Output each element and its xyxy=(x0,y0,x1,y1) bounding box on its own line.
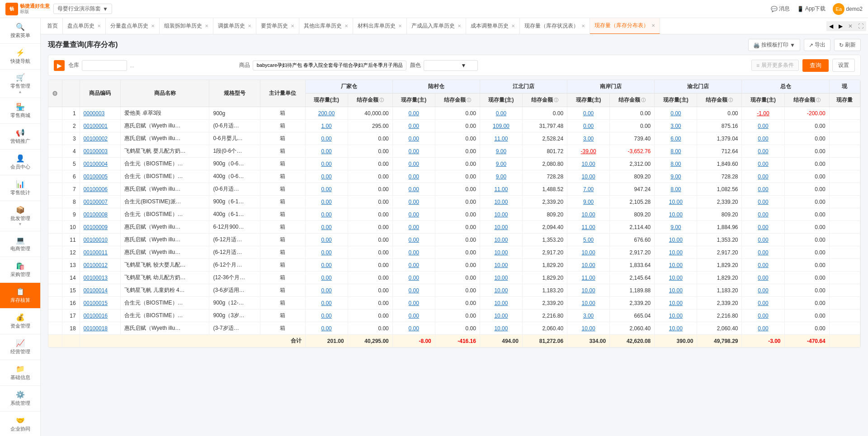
sidebar-item-retail-stats[interactable]: 📊 零售统计 xyxy=(0,175,40,201)
cell-total-qty[interactable]: 0.00 xyxy=(742,297,784,309)
cell-lucun-qty[interactable]: 0.00 xyxy=(392,132,435,145)
cell-nanan-qty[interactable]: 0.00 xyxy=(567,107,610,120)
cell-total-qty[interactable]: 0.00 xyxy=(742,234,784,246)
product-input[interactable]: babycare孕妇待产包 春季入院全套母子组合孕妇产后冬季月子用品 22件套 … xyxy=(253,61,406,70)
cell-factory-qty[interactable]: 0.00 xyxy=(305,170,348,183)
info-icon-3[interactable]: ⓘ xyxy=(554,98,558,103)
cell-code[interactable]: 0000003 xyxy=(80,107,121,120)
refresh-btn[interactable]: ↻ 刷新 xyxy=(834,39,861,51)
sidebar-item-enterprise[interactable]: 🤝 企业协同 xyxy=(0,412,40,436)
tab-close-all-btn[interactable]: ✕ xyxy=(845,21,855,31)
tab-inventory-status[interactable]: 现存量（库存状况表） ✕ xyxy=(520,18,590,34)
cell-nanan-qty[interactable]: 7.00 xyxy=(567,183,610,196)
tab-close-split-stocktake[interactable]: ✕ xyxy=(151,23,155,28)
cell-total-qty[interactable]: 0.00 xyxy=(742,208,784,221)
cell-lucun-qty[interactable]: 0.00 xyxy=(392,221,435,234)
cell-code[interactable]: 00100013 xyxy=(80,272,121,284)
cell-total-qty[interactable]: 0.00 xyxy=(742,145,784,158)
cell-nanan-qty[interactable]: 10.00 xyxy=(567,322,610,335)
cell-jiangbei-qty[interactable]: 0.00 xyxy=(480,107,522,120)
cell-yubei-qty[interactable]: 10.00 xyxy=(655,309,697,322)
tab-close-material-out[interactable]: ✕ xyxy=(398,23,402,28)
cell-nanan-qty[interactable]: 10.00 xyxy=(567,208,610,221)
cell-yubei-qty[interactable]: 10.00 xyxy=(655,208,697,221)
cell-code[interactable]: 00100016 xyxy=(80,309,121,322)
cell-jiangbei-qty[interactable]: 10.00 xyxy=(480,322,522,335)
cell-nanan-qty[interactable]: 10.00 xyxy=(567,284,610,297)
tab-close-stocktake[interactable]: ✕ xyxy=(97,23,101,28)
cell-lucun-qty[interactable]: 0.00 xyxy=(392,158,435,170)
tab-close-inventory-status[interactable]: ✕ xyxy=(581,23,585,28)
cell-yubei-qty[interactable]: 10.00 xyxy=(655,272,697,284)
cell-code[interactable]: 00100011 xyxy=(80,246,121,259)
cell-code[interactable]: 00100002 xyxy=(80,132,121,145)
tab-close-combo-split[interactable]: ✕ xyxy=(205,23,208,28)
cell-total-qty[interactable]: 0.00 xyxy=(742,246,784,259)
print-btn[interactable]: 🖨️ 按模板打印 ▼ xyxy=(748,39,800,51)
cell-nanan-qty[interactable]: -39.00 xyxy=(567,145,610,158)
cell-factory-qty[interactable]: 0.00 xyxy=(305,259,348,272)
sidebar-item-operations[interactable]: 📈 经营管理 xyxy=(0,334,40,360)
cell-lucun-qty[interactable]: 0.00 xyxy=(392,145,435,158)
cell-nanan-qty[interactable]: 10.00 xyxy=(567,259,610,272)
cell-code[interactable]: 00100014 xyxy=(80,284,121,297)
cell-lucun-qty[interactable]: 0.00 xyxy=(392,309,435,322)
cell-yubei-qty[interactable]: 10.00 xyxy=(655,297,697,309)
cell-lucun-qty[interactable]: 0.00 xyxy=(392,196,435,208)
sidebar-item-wholesale-mgmt[interactable]: 📦 批发管理 ▼ xyxy=(0,201,40,231)
cell-nanan-qty[interactable]: 10.00 xyxy=(567,246,610,259)
tab-transfer-history[interactable]: 调拨单历史 ✕ xyxy=(213,18,256,34)
cell-total-qty[interactable]: 0.00 xyxy=(742,272,784,284)
cell-jiangbei-qty[interactable]: 10.00 xyxy=(480,234,522,246)
cell-jiangbei-qty[interactable]: 10.00 xyxy=(480,309,522,322)
cell-factory-qty[interactable]: 0.00 xyxy=(305,246,348,259)
cell-code[interactable]: 00100007 xyxy=(80,196,121,208)
message-btn[interactable]: 💬 消息 xyxy=(771,5,790,13)
cell-jiangbei-qty[interactable]: 10.00 xyxy=(480,221,522,234)
cell-lucun-qty[interactable]: 0.00 xyxy=(392,208,435,221)
tab-close-product-in[interactable]: ✕ xyxy=(458,23,461,28)
cell-total-qty[interactable]: 0.00 xyxy=(742,132,784,145)
sidebar-item-ecommerce[interactable]: 💻 电商管理 xyxy=(0,231,40,257)
cell-nanan-qty[interactable]: 11.00 xyxy=(567,272,610,284)
cell-lucun-qty[interactable]: 0.00 xyxy=(392,259,435,272)
info-icon-5[interactable]: ⓘ xyxy=(728,98,733,103)
tab-next-btn[interactable]: ▶ xyxy=(836,21,845,31)
tab-expand-btn[interactable]: ⛶ xyxy=(855,21,866,31)
cell-code[interactable]: 00100009 xyxy=(80,221,121,234)
cell-lucun-qty[interactable]: 0.00 xyxy=(392,272,435,284)
info-icon-4[interactable]: ⓘ xyxy=(641,98,646,103)
cell-factory-qty[interactable]: 0.00 xyxy=(305,158,348,170)
cell-factory-qty[interactable]: 0.00 xyxy=(305,297,348,309)
cell-factory-qty[interactable]: 200.00 xyxy=(305,107,348,120)
cell-factory-qty[interactable]: 1.00 xyxy=(305,120,348,132)
cell-total-qty[interactable]: 0.00 xyxy=(742,322,784,335)
cell-lucun-qty[interactable]: 0.00 xyxy=(392,183,435,196)
cell-factory-qty[interactable]: 0.00 xyxy=(305,221,348,234)
cell-nanan-qty[interactable]: 11.00 xyxy=(567,221,610,234)
sidebar-item-finance[interactable]: 💰 资金管理 xyxy=(0,309,40,334)
expand-conditions-btn[interactable]: ≡ 展开更多条件 xyxy=(751,60,799,71)
sidebar-item-inventory[interactable]: 📋 库存核算 xyxy=(0,283,40,309)
cell-total-qty[interactable]: 0.00 xyxy=(742,259,784,272)
cell-lucun-qty[interactable]: 0.00 xyxy=(392,120,435,132)
cell-factory-qty[interactable]: 0.00 xyxy=(305,272,348,284)
tab-stocktake-history[interactable]: 盘点单历史 ✕ xyxy=(63,18,106,34)
cell-code[interactable]: 00100008 xyxy=(80,208,121,221)
sidebar-item-retail-mgmt[interactable]: 🛒 零售管理 ▲ xyxy=(0,70,40,98)
cell-code[interactable]: 00100006 xyxy=(80,183,121,196)
cell-nanan-qty[interactable]: 10.00 xyxy=(567,297,610,309)
cell-jiangbei-qty[interactable]: 9.00 xyxy=(480,170,522,183)
cell-code[interactable]: 00100012 xyxy=(80,259,121,272)
cell-yubei-qty[interactable]: 8.00 xyxy=(655,183,697,196)
cell-jiangbei-qty[interactable]: 10.00 xyxy=(480,284,522,297)
sidebar-item-quicknav[interactable]: ⚡ 快捷导航 xyxy=(0,44,40,70)
user-avatar[interactable]: Ea demo2 xyxy=(833,3,863,15)
tab-inventory-dist[interactable]: 现存量（库存分布表） ✕ xyxy=(590,18,660,34)
industry-select[interactable]: 母婴行业演示陈套 ▼ xyxy=(53,4,112,14)
cell-total-qty[interactable]: 0.00 xyxy=(742,158,784,170)
cell-total-qty[interactable]: 0.00 xyxy=(742,120,784,132)
cell-yubei-qty[interactable]: 10.00 xyxy=(655,246,697,259)
tab-requisition-history[interactable]: 要货单历史 ✕ xyxy=(256,18,299,34)
cell-total-qty[interactable]: 0.00 xyxy=(742,196,784,208)
